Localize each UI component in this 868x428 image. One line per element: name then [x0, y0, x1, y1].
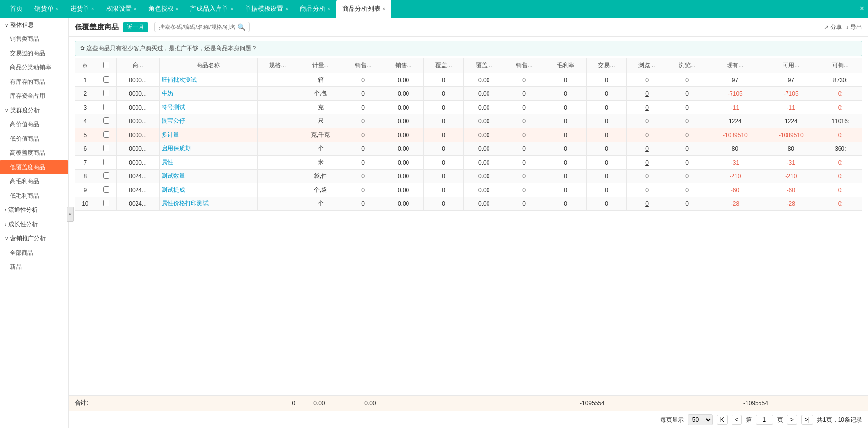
nav-template-settings[interactable]: 单据模板设置 × [239, 0, 294, 18]
nav-product-in[interactable]: 产成品入库单 × [184, 0, 239, 18]
row-checkbox-cell[interactable] [96, 73, 116, 87]
row-checkbox-cell[interactable] [96, 197, 116, 211]
row-gross-margin: 0 [544, 101, 587, 114]
nav-close-product-in[interactable]: × [230, 6, 233, 12]
sidebar-item-high-margin[interactable]: 高毛利商品 [0, 174, 68, 189]
row-checkbox[interactable] [103, 186, 109, 193]
window-close-button[interactable]: × [860, 4, 864, 13]
row-checkbox-cell[interactable] [96, 87, 116, 101]
row-browse1[interactable]: 0 [626, 101, 667, 114]
row-name[interactable]: 属性 [159, 156, 257, 170]
row-checkbox[interactable] [103, 76, 109, 83]
export-button[interactable]: ↓ 导出 [846, 23, 862, 31]
page-size-select[interactable]: 50 20 100 [688, 414, 713, 425]
row-name[interactable]: 眼宝公仔 [159, 114, 257, 128]
nav-permission[interactable]: 权限设置 × [100, 0, 142, 18]
sidebar-section-growth[interactable]: › 成长性分析 [0, 217, 68, 231]
share-button[interactable]: ↗ 分享 [824, 23, 842, 31]
nav-close-permission[interactable]: × [134, 6, 136, 12]
row-browse1[interactable]: 0 [626, 128, 667, 142]
row-checkbox[interactable] [103, 117, 109, 124]
row-name[interactable]: 牛奶 [159, 87, 257, 101]
nav-product-analysis[interactable]: 商品分析 × [294, 0, 336, 18]
row-checkbox-cell[interactable] [96, 142, 116, 156]
row-browse1[interactable]: 0 [626, 197, 667, 211]
next-page-button[interactable]: > [787, 415, 797, 425]
search-input[interactable] [159, 24, 237, 30]
sidebar-item-sales-goods[interactable]: 销售类商品 [0, 32, 68, 46]
row-coverage2: 0.00 [464, 197, 504, 211]
row-name[interactable]: 启用保质期 [159, 142, 257, 156]
row-browse1[interactable]: 0 [626, 156, 667, 170]
row-browse1[interactable]: 0 [626, 142, 667, 156]
nav-home[interactable]: 首页 [4, 0, 28, 18]
sidebar-section-marketing[interactable]: ∨ 营销推广分析 [0, 231, 68, 246]
prev-page-button[interactable]: < [732, 415, 742, 425]
sidebar-item-high-coverage[interactable]: 高覆盖度商品 [0, 146, 68, 160]
nav-close-role-auth[interactable]: × [176, 6, 179, 12]
row-checkbox-cell[interactable] [96, 170, 116, 183]
row-browse1[interactable]: 0 [626, 170, 667, 183]
row-checkbox[interactable] [103, 145, 109, 151]
nav-role-auth[interactable]: 角色授权 × [142, 0, 185, 18]
content-area: 低覆盖度商品 近一月 🔍 ↗ 分享 ↓ 导出 ✿ 这些商品只有很少客户购买过，是… [69, 18, 868, 428]
row-checkbox[interactable] [103, 90, 109, 96]
sidebar-item-category-rate[interactable]: 商品分类动销率 [0, 60, 68, 75]
row-name[interactable]: 旺辅批次测试 [159, 73, 257, 87]
sidebar-item-high-value[interactable]: 高价值商品 [0, 117, 68, 132]
sidebar-item-all-goods[interactable]: 全部商品 [0, 246, 68, 260]
sidebar-item-low-value[interactable]: 低价值商品 [0, 132, 68, 146]
nav-close-purchase-order[interactable]: × [91, 6, 94, 12]
col-settings[interactable]: ⚙ [75, 58, 96, 73]
table-row: 3 0000... 符号测试 克 0 0.00 0 0.00 0 0 0 0 0… [75, 101, 862, 114]
row-checkbox[interactable] [103, 172, 109, 179]
row-browse1[interactable]: 0 [626, 73, 667, 87]
nav-sales-order[interactable]: 销货单 × [28, 0, 64, 18]
sidebar-item-stocked-goods[interactable]: 有库存的商品 [0, 75, 68, 89]
row-browse1[interactable]: 0 [626, 114, 667, 128]
last-page-button[interactable]: >| [801, 415, 813, 425]
row-name[interactable]: 符号测试 [159, 101, 257, 114]
row-checkbox[interactable] [103, 200, 109, 206]
row-checkbox-cell[interactable] [96, 128, 116, 142]
row-browse1[interactable]: 0 [626, 183, 667, 197]
col-checkbox-header[interactable] [96, 58, 116, 73]
row-checkbox-cell[interactable] [96, 156, 116, 170]
row-name[interactable]: 测试数量 [159, 170, 257, 183]
sidebar-section-liquidity[interactable]: › 流通性分析 [0, 203, 68, 217]
row-saleable: 0: [819, 101, 862, 114]
row-browse1[interactable]: 0 [626, 87, 667, 101]
sidebar-item-low-coverage[interactable]: 低覆盖度商品 [0, 160, 68, 174]
sidebar-section-cluster[interactable]: ∨ 类群度分析 [0, 103, 68, 117]
row-name[interactable]: 测试提成 [159, 183, 257, 197]
table-container[interactable]: ⚙ 商... 商品名称 规格... 计量... 销售... 销售... 覆盖..… [69, 58, 868, 395]
nav-close-product-analysis-list[interactable]: × [382, 6, 385, 12]
row-name[interactable]: 多计量 [159, 128, 257, 142]
sidebar-section-overall[interactable]: ∨ 整体信息 [0, 18, 68, 32]
row-checkbox[interactable] [103, 131, 109, 138]
nav-close-sales-order[interactable]: × [55, 6, 58, 12]
row-name[interactable]: 属性价格打印测试 [159, 197, 257, 211]
search-icon[interactable]: 🔍 [237, 23, 245, 31]
sidebar-item-new-goods[interactable]: 新品 [0, 260, 68, 274]
row-checkbox-cell[interactable] [96, 114, 116, 128]
sidebar-collapse-button[interactable]: « [67, 207, 74, 222]
nav-purchase-order[interactable]: 进货单 × [64, 0, 100, 18]
row-checkbox-cell[interactable] [96, 183, 116, 197]
sidebar-item-traded-goods[interactable]: 交易过的商品 [0, 46, 68, 60]
sidebar-item-low-margin[interactable]: 低毛利商品 [0, 189, 68, 203]
sidebar-item-stock-capital[interactable]: 库存资金占用 [0, 89, 68, 103]
nav-product-analysis-list[interactable]: 商品分析列表 × [336, 0, 391, 18]
nav-close-template-settings[interactable]: × [285, 6, 288, 12]
row-checkbox[interactable] [103, 159, 109, 165]
first-page-button[interactable]: K [717, 415, 728, 425]
nav-close-product-analysis[interactable]: × [327, 6, 330, 12]
period-button[interactable]: 近一月 [123, 22, 148, 32]
row-sales3: 0 [504, 183, 544, 197]
row-coverage2: 0.00 [464, 73, 504, 87]
row-checkbox[interactable] [103, 104, 109, 110]
row-browse2: 0 [667, 197, 707, 211]
page-input[interactable] [756, 415, 773, 425]
row-checkbox-cell[interactable] [96, 101, 116, 114]
select-all-checkbox[interactable] [103, 62, 109, 68]
